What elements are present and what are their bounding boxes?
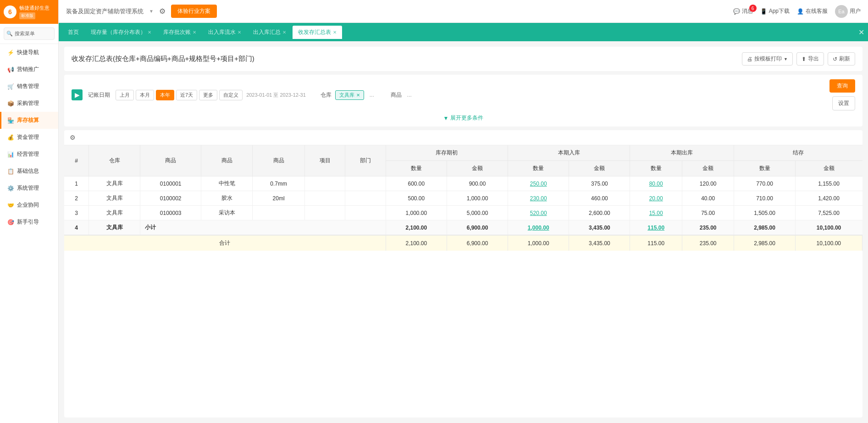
- logo-icon: 6: [4, 5, 17, 18]
- sidebar-item-finance[interactable]: 💰 资金管理: [0, 129, 58, 146]
- system-name: 装备及固定资产辅助管理系统: [66, 7, 144, 16]
- topbar: 装备及固定资产辅助管理系统 ▼ ⚙ 体验行业方案 💬 消息 6 📱 App下载 …: [59, 0, 868, 23]
- search-icon: 🔍: [6, 31, 13, 37]
- refresh-btn[interactable]: ↺ 刷新: [828, 52, 855, 66]
- table-settings-icon[interactable]: ⚙: [70, 134, 76, 141]
- cell-code: 0100002: [140, 191, 201, 206]
- cell-out-qty[interactable]: 80.00: [630, 176, 682, 191]
- cell-out-qty[interactable]: 20.00: [630, 191, 682, 206]
- sidebar-item-inventory[interactable]: 🏪 库存核算: [0, 112, 58, 129]
- print-btn[interactable]: 🖨 按模板打印 ▼: [742, 52, 793, 66]
- sidebar-item-basic[interactable]: 📋 基础信息: [0, 163, 58, 180]
- cell-subtotal-opening-amt: 6,900.00: [447, 220, 508, 236]
- tab-flow[interactable]: 出入库流水 ✕: [203, 26, 247, 39]
- tab-summary[interactable]: 出入库汇总 ✕: [248, 26, 292, 39]
- sidebar-item-business[interactable]: 📊 经营管理: [0, 146, 58, 163]
- th-opening-amt: 金额: [447, 161, 508, 176]
- page-actions: 🖨 按模板打印 ▼ ⬆ 导出 ↺ 刷新: [742, 52, 855, 66]
- inventory-icon: 🏪: [7, 117, 14, 124]
- date-btn-7days[interactable]: 近7天: [176, 90, 197, 100]
- cell-subtotal-out-qty[interactable]: 115.00: [630, 220, 682, 236]
- sidebar-item-guide[interactable]: 🎯 新手引导: [0, 214, 58, 231]
- cell-opening-amt: 1,000.00: [447, 191, 508, 206]
- th-close-amt: 金额: [795, 161, 862, 176]
- total-opening-qty: 2,100.00: [386, 235, 447, 251]
- total-out-qty: 115.00: [630, 235, 682, 251]
- sidebar-item-quick[interactable]: ⚡ 快捷导航: [0, 44, 58, 61]
- th-inbound: 本期入库: [508, 145, 630, 161]
- sidebar-item-system[interactable]: ⚙️ 系统管理: [0, 180, 58, 197]
- cell-subtotal-in-amt: 3,435.00: [569, 220, 630, 236]
- search-menu-button[interactable]: 🔍 搜索菜单: [4, 27, 55, 40]
- sidebar-item-marketing[interactable]: 📢 营销推广: [0, 61, 58, 78]
- total-close-amt: 10,100.00: [795, 235, 862, 251]
- page-header: 收发存汇总表(按仓库+商品编码+商品+规格型号+项目+部门) 🖨 按模板打印 ▼…: [64, 47, 862, 71]
- date-btn-prev-month[interactable]: 上月: [116, 90, 134, 100]
- settings-icon[interactable]: ⚙: [159, 7, 166, 16]
- date-btn-more[interactable]: 更多: [199, 90, 217, 100]
- cell-close-qty: 710.00: [734, 191, 795, 206]
- date-btn-custom[interactable]: 自定义: [219, 90, 243, 100]
- tab-close-summary[interactable]: ✕: [282, 30, 286, 35]
- service-label: 在线客服: [806, 7, 828, 15]
- service-group[interactable]: 👤 在线客服: [797, 7, 828, 15]
- tab-close-batch[interactable]: ✕: [193, 30, 196, 35]
- corp-icon: 🤝: [7, 202, 14, 209]
- tab-batch[interactable]: 库存批次账 ✕: [158, 26, 202, 39]
- sidebar-item-purchase[interactable]: 📦 采购管理: [0, 95, 58, 112]
- cell-out-amt: 75.00: [682, 206, 734, 220]
- logo-tag: 标准版: [19, 12, 35, 19]
- export-btn[interactable]: ⬆ 导出: [796, 52, 824, 66]
- date-btn-this-month[interactable]: 本月: [136, 90, 154, 100]
- cell-out-qty[interactable]: 15.00: [630, 206, 682, 220]
- cell-subtotal-warehouse: 文具库: [88, 220, 140, 236]
- cell-close-amt: 1,155.00: [795, 176, 862, 191]
- user-group[interactable]: Ea 用户: [835, 5, 861, 18]
- experience-btn[interactable]: 体验行业方案: [171, 5, 217, 18]
- cell-opening-amt: 5,000.00: [447, 206, 508, 220]
- table-container: ⚙ # 仓库 商品 商品 商品 项目 部门 库存期初 本期入库 本期出库: [64, 130, 862, 418]
- cell-opening-qty: 1,000.00: [386, 206, 447, 220]
- tab-close-flow[interactable]: ✕: [238, 30, 241, 35]
- total-in-qty: 1,000.00: [508, 235, 569, 251]
- tab-close-recv-summary[interactable]: ✕: [333, 30, 337, 35]
- data-table: # 仓库 商品 商品 商品 项目 部门 库存期初 本期入库 本期出库 结存 数量: [64, 145, 862, 251]
- tab-recv-summary[interactable]: 收发存汇总表 ✕: [293, 26, 342, 39]
- expand-icon: ▼: [443, 115, 449, 121]
- th-out-amt: 金额: [682, 161, 734, 176]
- tab-stock-dist[interactable]: 现存量（库存分布表） ✕: [85, 26, 157, 39]
- product-more-btn[interactable]: ...: [405, 91, 414, 99]
- tabbar-close-all[interactable]: ✕: [858, 28, 864, 37]
- cell-name: 采访本: [201, 206, 253, 220]
- cell-in-qty[interactable]: 250.00: [508, 176, 569, 191]
- cell-subtotal-out-amt: 235.00: [682, 220, 734, 236]
- cell-close-amt: 1,420.00: [795, 191, 862, 206]
- sidebar-item-corp[interactable]: 🤝 企业协同: [0, 197, 58, 214]
- content-area: 收发存汇总表(按仓库+商品编码+商品+规格型号+项目+部门) 🖨 按模板打印 ▼…: [59, 41, 868, 423]
- tab-home[interactable]: 首页: [62, 26, 84, 39]
- cell-warehouse: 文具库: [88, 206, 140, 220]
- tab-close-stock-dist[interactable]: ✕: [148, 30, 151, 35]
- table-row: 1 文具库 0100001 中性笔 0.7mm 600.00 900.00 25…: [64, 176, 862, 191]
- setting-btn[interactable]: 设置: [832, 96, 855, 110]
- warehouse-more-btn[interactable]: ...: [368, 91, 376, 99]
- sidebar-logo: 6 畅捷通好生意 标准版: [0, 0, 58, 24]
- cell-dept: [345, 191, 386, 206]
- app-label: App下载: [769, 7, 790, 15]
- cell-spec: 20ml: [253, 191, 304, 206]
- sidebar-item-sales[interactable]: 🛒 销售管理: [0, 78, 58, 95]
- app-download-group[interactable]: 📱 App下载: [760, 7, 790, 15]
- date-btn-this-year[interactable]: 本年: [156, 90, 174, 100]
- purchase-icon: 📦: [7, 100, 14, 107]
- expand-more-btn[interactable]: ▼ 展开更多条件: [443, 114, 484, 122]
- filter-toggle-btn[interactable]: ▶: [72, 89, 83, 100]
- cell-in-qty[interactable]: 230.00: [508, 191, 569, 206]
- cell-name: 胶水: [201, 191, 253, 206]
- page-title: 收发存汇总表(按仓库+商品编码+商品+规格型号+项目+部门): [72, 55, 254, 63]
- query-btn[interactable]: 查询: [829, 79, 855, 93]
- cell-subtotal-in-qty[interactable]: 1,000.00: [508, 220, 569, 236]
- cell-in-qty[interactable]: 520.00: [508, 206, 569, 220]
- warehouse-tag-close[interactable]: ✕: [356, 93, 360, 98]
- message-group[interactable]: 💬 消息 6: [733, 7, 753, 15]
- sidebar-item-label: 销售管理: [17, 82, 39, 90]
